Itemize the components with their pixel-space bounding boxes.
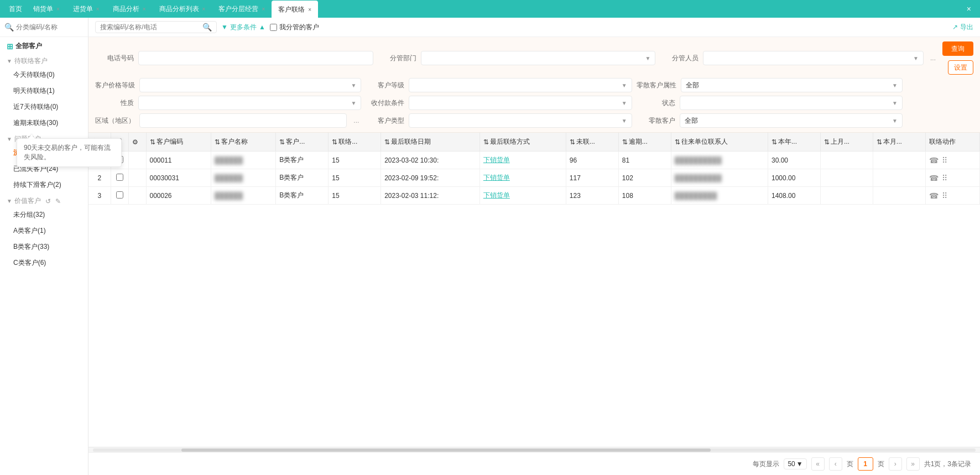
link-way-2[interactable]: 下销货单 — [483, 174, 510, 181]
filter-field-status: 状态 ▼ — [637, 96, 903, 110]
td-name-3: ██████ — [211, 187, 275, 205]
table-row: 1 000011 ██████ B类客户 15 2023-03-02 10:30… — [88, 152, 980, 169]
td-num-3: 3 — [88, 187, 111, 205]
sidebar-item-today[interactable]: 今天待联络(0) — [0, 67, 88, 83]
sort-way-icon[interactable]: ⇅ — [483, 138, 489, 146]
sort-type-icon[interactable]: ⇅ — [279, 138, 285, 146]
contact-icon-1[interactable]: ☎ — [929, 156, 939, 165]
link-way-3[interactable]: 下销货单 — [483, 191, 510, 199]
th-settings[interactable]: ⚙ — [128, 133, 146, 152]
edit-icon[interactable]: ✎ — [55, 197, 61, 205]
filter-select-dept[interactable]: ▼ — [421, 51, 656, 65]
filter-label-region: 区域（地区） — [95, 116, 135, 126]
horizontal-scrollbar[interactable] — [88, 447, 980, 452]
next-page-button[interactable]: › — [889, 457, 902, 471]
nav-home[interactable]: 首页 — [4, 4, 27, 14]
nav-tab-analysis-list[interactable]: 商品分析列表 × — [153, 0, 212, 18]
filter-select-cust-type[interactable]: ▼ — [409, 113, 632, 128]
per-page-select[interactable]: 50 ▼ — [784, 458, 806, 469]
sort-contact-icon[interactable]: ⇅ — [332, 138, 337, 146]
sidebar-section-pending[interactable]: ▼ 待联络客户 — [0, 53, 88, 67]
sidebar-search-input[interactable] — [16, 23, 88, 31]
close-tab-analysis-icon[interactable]: × — [143, 6, 146, 12]
sidebar-item-ungrp[interactable]: 未分组(32) — [0, 207, 88, 223]
content-area: 🔍 ▼ 更多条件 ▲ 我分管的客户 ↗ 导出 电话号码 — [88, 18, 980, 475]
close-tab-sales-icon[interactable]: × — [56, 6, 60, 12]
filter-button[interactable]: ▼ 更多条件 ▲ — [221, 23, 265, 32]
sidebar-item-7days[interactable]: 近7天待联络(0) — [0, 99, 88, 115]
contact-icon-3[interactable]: ☎ — [929, 191, 939, 200]
filter-icon: ▼ — [221, 23, 228, 31]
close-tab-purchase-icon[interactable]: × — [96, 6, 100, 12]
sort-overdue-icon[interactable]: ⇅ — [622, 138, 628, 146]
main-layout: 🔍 « ⊞ 全部客户 ▼ 待联络客户 今天待联络(0) 明天待联络(1) 近7天… — [0, 18, 980, 475]
contact-icon-2[interactable]: ☎ — [929, 174, 939, 182]
more-action-icon-3[interactable]: ⠿ — [942, 191, 947, 200]
my-customers-checkbox-label[interactable]: 我分管的客户 — [270, 23, 319, 32]
filter-input-phone[interactable] — [138, 51, 373, 65]
sidebar-section-value[interactable]: ▼ 价值客户 ↺ ✎ — [0, 193, 88, 207]
tooltip-arrow — [28, 134, 35, 139]
scrollbar-track[interactable] — [93, 448, 976, 452]
filter-select-retail-attr[interactable]: 全部 ▼ — [681, 78, 903, 92]
more-action-icon-2[interactable]: ⠿ — [942, 174, 947, 182]
filter-select-status[interactable]: ▼ — [680, 96, 903, 110]
filter-more-region[interactable]: ... — [351, 117, 361, 124]
filter-field-phone: 电话号码 — [95, 51, 373, 65]
filter-select-nature[interactable]: ▼ — [138, 96, 361, 110]
settings-button[interactable]: 设置 — [948, 60, 973, 75]
sidebar-item-tomorrow[interactable]: 明天待联络(1) — [0, 83, 88, 99]
sidebar-item-overdue[interactable]: 逾期未联络(30) — [0, 115, 88, 131]
sort-tmonth-icon[interactable]: ⇅ — [877, 138, 882, 146]
nav-tab-purchase[interactable]: 进货单 × — [66, 0, 106, 18]
filter-select-retail[interactable]: 全部 ▼ — [680, 113, 903, 128]
nav-tab-customer-segment[interactable]: 客户分层经营 × — [212, 0, 272, 18]
sort-code-icon[interactable]: ⇅ — [150, 138, 155, 146]
sidebar-item-declining[interactable]: 持续下滑客户(2) — [0, 177, 88, 193]
prev-page-button[interactable]: ‹ — [829, 457, 842, 471]
nav-tab-analysis[interactable]: 商品分析 × — [106, 0, 153, 18]
close-tab-analysis-list-icon[interactable]: × — [202, 6, 206, 12]
chevron-down-icon-payment: ▼ — [622, 100, 627, 106]
sort-lmonth-icon[interactable]: ⇅ — [824, 138, 830, 146]
first-page-button[interactable]: « — [811, 457, 825, 471]
sidebar-item-b-class[interactable]: B类客户(33) — [0, 239, 88, 255]
search-input[interactable] — [100, 23, 200, 31]
close-tab-customer-segment-icon[interactable]: × — [262, 6, 265, 12]
filter-select-region[interactable] — [139, 113, 347, 128]
sidebar-item-c-class[interactable]: C类客户(6) — [0, 255, 88, 271]
more-action-icon-1[interactable]: ⠿ — [942, 156, 947, 165]
query-button[interactable]: 查询 — [942, 41, 973, 56]
export-button[interactable]: ↗ 导出 — [952, 23, 973, 32]
row-checkbox-2[interactable] — [116, 174, 123, 181]
nav-tab-sales[interactable]: 销货单 × — [27, 0, 66, 18]
td-unit-2: ██████████ — [671, 169, 768, 187]
link-way-1[interactable]: 下销货单 — [483, 156, 510, 164]
refresh-icon[interactable]: ↺ — [45, 197, 51, 205]
nav-tab-customer-contact[interactable]: 客户联络 × — [272, 1, 318, 18]
scrollbar-thumb[interactable] — [181, 448, 711, 452]
td-settings-1 — [128, 152, 146, 169]
sort-unit-icon[interactable]: ⇅ — [675, 138, 680, 146]
sidebar-all-customers[interactable]: ⊞ 全部客户 — [0, 37, 88, 53]
filter-select-customer-grade[interactable]: ▼ — [409, 78, 632, 92]
sidebar-item-a-class[interactable]: A类客户(1) — [0, 223, 88, 239]
sort-nocontact-icon[interactable]: ⇅ — [570, 138, 575, 146]
sort-name-icon[interactable]: ⇅ — [215, 138, 220, 146]
td-overdue-3: 108 — [618, 187, 671, 205]
search-icon[interactable]: 🔍 — [202, 23, 212, 32]
td-tmonth-1 — [873, 152, 925, 169]
close-all-tabs-button[interactable]: × — [962, 4, 976, 13]
filter-form: 电话号码 分管部门 ▼ 分管人员 ▼ ... — [88, 37, 980, 133]
last-page-button[interactable]: » — [906, 457, 920, 471]
filter-select-price-grade[interactable]: ▼ — [139, 78, 361, 92]
sort-year-icon[interactable]: ⇅ — [772, 138, 777, 146]
filter-select-payment[interactable]: ▼ — [409, 96, 632, 110]
filter-more-person[interactable]: ... — [928, 54, 938, 62]
filter-select-person[interactable]: ▼ — [703, 51, 924, 65]
sort-date-icon[interactable]: ⇅ — [384, 138, 390, 146]
row-checkbox-3[interactable] — [116, 191, 123, 199]
my-customers-checkbox[interactable] — [270, 24, 277, 31]
close-tab-customer-contact-icon[interactable]: × — [308, 7, 311, 13]
churn-tooltip: 90天未交易的客户，可能有流失风险。 — [17, 138, 88, 167]
